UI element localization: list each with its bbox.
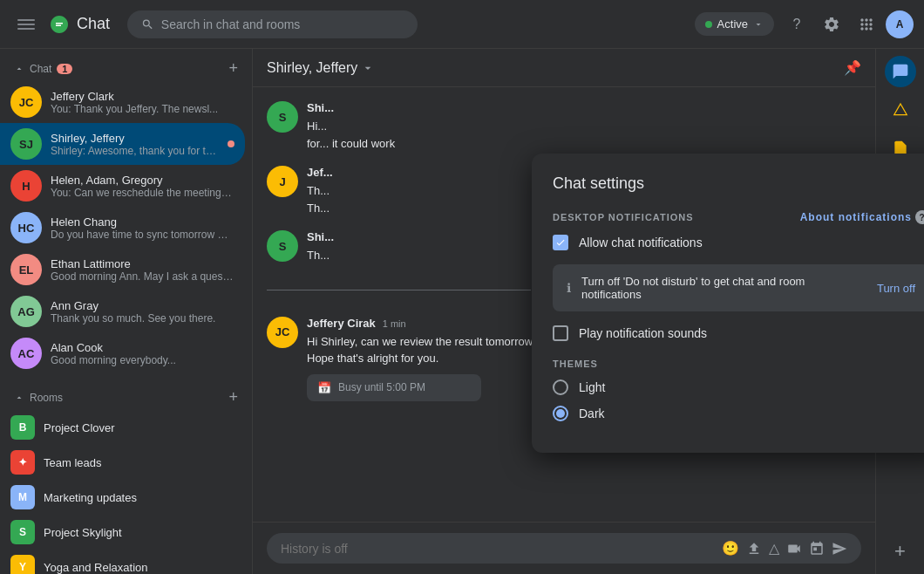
chevron-icon [14, 64, 24, 74]
status-button[interactable]: Active [695, 12, 774, 36]
apps-icon[interactable] [851, 9, 882, 40]
rooms-section-title: Rooms [14, 392, 63, 404]
message-avatar-jeffery: JC [267, 317, 298, 348]
svg-rect-0 [17, 19, 35, 21]
conversation-title[interactable]: Shirley, Jeffery [267, 60, 375, 76]
rooms-section-header[interactable]: Rooms + [0, 381, 252, 410]
checkmark-icon [555, 237, 566, 248]
send-icon[interactable] [832, 541, 847, 557]
main-layout: Chat 1 + JC Jeffery Clark You: Thank you… [0, 49, 924, 574]
svg-rect-2 [17, 28, 35, 30]
room-item-team-leads[interactable]: ✦ Team leads [0, 445, 245, 480]
avatar-ann: AG [10, 296, 42, 327]
avatar-helen-chang: HC [10, 212, 42, 243]
video-icon[interactable] [786, 541, 802, 557]
pin-icon[interactable]: 📌 [844, 59, 861, 76]
room-icon-skylight: S [10, 520, 35, 544]
status-label: Active [717, 17, 748, 31]
rooms-add-button[interactable]: + [228, 388, 238, 407]
play-sounds-label: Play notification sounds [579, 326, 707, 340]
user-avatar[interactable]: A [886, 10, 914, 38]
svg-rect-1 [17, 24, 35, 25]
chat-section-title: Chat 1 [14, 63, 72, 75]
turn-off-dnd-button[interactable]: Turn off [877, 282, 915, 295]
unread-indicator [228, 140, 234, 147]
status-dot [705, 21, 712, 28]
emoji-icon[interactable]: 🙂 [722, 540, 739, 557]
content-header: Shirley, Jeffery 📌 [253, 49, 875, 87]
room-icon-clover: B [10, 415, 35, 440]
chevron-down-icon [753, 19, 764, 30]
chevron-down-icon [361, 61, 375, 75]
desktop-notif-label: DESKTOP NOTIFICATIONS About notification… [553, 210, 924, 224]
info-icon: ℹ [567, 281, 571, 295]
chat-item-helen-chang[interactable]: HC Helen Chang Do you have time to sync … [0, 207, 245, 249]
theme-light-label: Light [579, 380, 605, 394]
help-icon[interactable]: ? [781, 9, 812, 40]
avatar-shirley-jeffery: SJ [10, 128, 42, 160]
avatar-jeffery-clark: JC [10, 86, 42, 118]
chat-item-shirley-jeffery[interactable]: SJ Shirley, Jeffery Shirley: Awesome, th… [0, 123, 245, 165]
message-input[interactable] [281, 542, 715, 556]
upload-icon[interactable] [746, 541, 762, 557]
message-input-box: 🙂 △ [267, 533, 861, 564]
app-title: Chat [77, 15, 110, 33]
allow-notifications-row: Allow chat notifications [553, 235, 924, 250]
chat-badge: 1 [57, 64, 72, 74]
message-avatar: S [267, 101, 298, 133]
app-header: Chat Active ? A [0, 0, 924, 49]
drive-icon[interactable]: △ [769, 540, 779, 557]
chat-add-button[interactable]: + [228, 59, 238, 78]
input-area: 🙂 △ [253, 522, 875, 574]
chat-item-ann-gray[interactable]: AG Ann Gray Thank you so much. See you t… [0, 290, 245, 332]
message-item: S Shi... Hi...for... it could work [267, 101, 861, 152]
rooms-section: Rooms + B Project Clover ✦ Team leads M … [0, 378, 252, 574]
play-sounds-row: Play notification sounds [553, 325, 924, 341]
calendar-icon[interactable] [809, 541, 825, 557]
chat-item-alan-cook[interactable]: AC Alan Cook Good morning everybody... [0, 332, 245, 374]
chat-item-helen-adam-gregory[interactable]: H Helen, Adam, Gregory You: Can we resch… [0, 165, 245, 207]
theme-dark-radio[interactable] [553, 406, 568, 421]
chat-section: Chat 1 + JC Jeffery Clark You: Thank you… [0, 49, 252, 378]
right-sidebar-chat-icon[interactable] [885, 56, 916, 87]
room-item-marketing[interactable]: M Marketing updates [0, 480, 245, 515]
hamburger-menu[interactable] [10, 9, 42, 40]
header-icons: ? A [781, 9, 914, 40]
google-chat-logo [49, 14, 70, 35]
allow-notifications-checkbox[interactable] [553, 235, 568, 250]
chat-item-jeffery-clark[interactable]: JC Jeffery Clark You: Thank you Jeffery.… [0, 81, 245, 123]
theme-light-row[interactable]: Light [553, 379, 924, 395]
about-notifications-link[interactable]: About notifications ? [800, 210, 924, 224]
chat-item-ethan-lattimore[interactable]: EL Ethan Lattimore Good morning Ann. May… [0, 249, 245, 290]
dnd-text: Turn off 'Do not disturb' to get chat an… [581, 275, 866, 301]
right-sidebar-drive-icon[interactable] [885, 94, 916, 126]
room-item-project-clover[interactable]: B Project Clover [0, 410, 245, 445]
avatar-alan: AC [10, 338, 42, 369]
room-item-project-skylight[interactable]: S Project Skylight [0, 515, 245, 550]
chevron-icon [14, 393, 24, 403]
themes-section: THEMES Light Dark [553, 359, 924, 421]
main-content: Shirley, Jeffery 📌 S Shi... Hi...for... … [253, 49, 875, 574]
right-sidebar-add-icon[interactable]: + [885, 536, 916, 567]
play-sounds-checkbox[interactable] [553, 325, 568, 341]
question-icon: ? [915, 210, 924, 224]
app-container: Chat Active ? A [0, 0, 924, 574]
avatar-ethan: EL [10, 254, 42, 285]
settings-icon[interactable] [816, 9, 847, 40]
message-avatar: S [267, 230, 298, 262]
chat-section-header[interactable]: Chat 1 + [0, 52, 252, 81]
sidebar: Chat 1 + JC Jeffery Clark You: Thank you… [0, 49, 253, 574]
avatar-helen-group: H [10, 170, 42, 202]
room-item-yoga[interactable]: Y Yoga and Relaxation [0, 550, 245, 574]
theme-dark-label: Dark [579, 407, 605, 420]
chat-settings-modal: Chat settings DESKTOP NOTIFICATIONS Abou… [532, 154, 924, 453]
calendar-icon: 📅 [317, 381, 331, 394]
settings-title: Chat settings [553, 174, 924, 193]
theme-dark-row[interactable]: Dark [553, 406, 924, 421]
search-bar[interactable] [127, 10, 418, 38]
search-input[interactable] [161, 17, 404, 31]
room-icon-yoga: Y [10, 555, 35, 574]
themes-label: THEMES [553, 359, 924, 369]
allow-notifications-label: Allow chat notifications [579, 236, 703, 249]
theme-light-radio[interactable] [553, 379, 568, 395]
